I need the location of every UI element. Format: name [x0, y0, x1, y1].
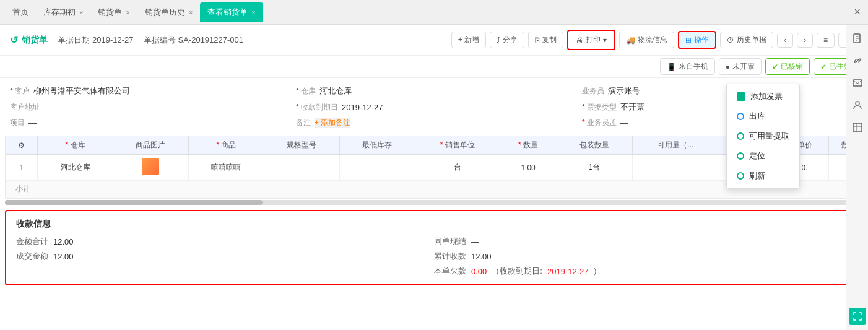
order-arrears-value: 0.00 — [471, 267, 487, 276]
tab-sales-order-close[interactable]: × — [126, 9, 129, 16]
sidebar-mail-icon[interactable] — [849, 74, 866, 92]
menu-refresh-label: 刷新 — [749, 170, 765, 181]
deal-amount-value: 12.00 — [53, 252, 74, 261]
outbound-icon — [737, 113, 744, 120]
doc-title-label: 销货单 — [22, 35, 48, 46]
tab-sales-order-label: 销货单 — [98, 7, 122, 18]
checked-off-label: 已核销 — [781, 61, 803, 72]
note-label: 备注 — [296, 118, 311, 128]
doc-date-value: 2019-12-27 — [92, 35, 134, 45]
not-invoiced-label: 未开票 — [732, 61, 755, 72]
order-arrears-paren: ） — [593, 266, 601, 277]
share-button[interactable]: ⤴ 分享 — [490, 32, 524, 48]
menu-available-qty[interactable]: 可用量提取 — [727, 126, 799, 146]
warehouse-field: 仓库 河北仓库 — [296, 85, 572, 97]
col-settings[interactable]: ⚙ — [6, 136, 38, 155]
prev-button[interactable]: ‹ — [777, 33, 793, 48]
tab-sales-history-close[interactable]: × — [189, 9, 193, 16]
tab-home-label: 首页 — [12, 7, 28, 18]
not-invoiced-icon: ● — [726, 63, 730, 71]
locate-icon — [737, 152, 744, 160]
copy-button[interactable]: ⎘ 复制 — [528, 32, 563, 48]
staff-value: 演示账号 — [608, 85, 640, 97]
staff-label: 业务员 — [582, 86, 604, 97]
cumulative-receipt-key: 累计收款 — [434, 251, 466, 262]
project-field: 项目 — — [10, 118, 286, 128]
cell-spec — [264, 155, 339, 181]
payment-date-value: 2019-12-27 — [342, 103, 383, 112]
horizontal-scrollbar[interactable] — [5, 200, 863, 205]
order-arrears-date: 2019-12-27 — [547, 267, 589, 276]
tab-inventory-init-close[interactable]: × — [79, 9, 83, 16]
share-icon: ⤴ — [497, 36, 500, 45]
cumulative-receipt-value: 12.00 — [471, 252, 492, 261]
menu-add-invoice-label: 添加发票 — [750, 91, 783, 102]
deal-amount-key: 成交金额 — [16, 251, 48, 262]
note-field: 备注 + 添加备注 — [296, 118, 572, 128]
col-product: 商品 — [188, 136, 264, 155]
print-label: 打印 — [586, 35, 601, 45]
order-arrears-note: （收款到期日: — [492, 266, 542, 277]
cell-available — [632, 155, 719, 181]
sidebar-person-icon[interactable] — [849, 97, 866, 114]
same-order-key: 同单现结 — [434, 236, 466, 247]
sidebar-expand-icon[interactable] — [849, 308, 866, 325]
print-icon: 🖨 — [576, 36, 583, 45]
cell-min-stock — [339, 155, 415, 181]
sidebar-file-icon[interactable] — [849, 30, 866, 47]
total-amount-row: 金额合计 12.00 — [16, 236, 434, 247]
mobile-source-button[interactable]: 📱 来自手机 — [660, 58, 715, 75]
cumulative-receipt-row: 累计收款 12.00 — [434, 251, 852, 262]
doc-meta: 单据日期 2019-12-27 单据编号 SA-20191227-001 — [58, 35, 243, 46]
tab-view-sales-close[interactable]: × — [251, 9, 255, 16]
cell-num: 1 — [6, 155, 38, 181]
col-package-qty: 包装数量 — [557, 136, 632, 155]
menu-outbound[interactable]: 出库 — [727, 106, 799, 126]
mobile-icon: 📱 — [667, 63, 676, 71]
tab-sales-order[interactable]: 销货单 × — [90, 2, 137, 22]
menu-refresh[interactable]: 刷新 — [727, 166, 799, 186]
tab-inventory-init[interactable]: 库存期初 × — [36, 2, 90, 22]
tab-home[interactable]: 首页 — [5, 2, 36, 22]
not-invoiced-button[interactable]: ● 未开票 — [719, 58, 762, 75]
print-button[interactable]: 🖨 打印 ▾ — [570, 32, 613, 48]
col-quantity: 数量 — [500, 136, 557, 155]
svg-rect-4 — [853, 80, 862, 86]
menu-locate[interactable]: 定位 — [727, 146, 799, 166]
tab-view-sales-label: 查看销货单 — [207, 7, 248, 18]
content-area: ↺ 销货单 单据日期 2019-12-27 单据编号 SA-20191227-0… — [0, 25, 868, 330]
logistics-label: 物流信息 — [638, 35, 667, 45]
sidebar-table-icon[interactable] — [849, 119, 866, 136]
window-close-button[interactable]: × — [854, 6, 861, 19]
scrollbar-thumb[interactable] — [5, 200, 263, 205]
history-button[interactable]: ⏱ 历史单据 — [720, 32, 773, 48]
tab-view-sales[interactable]: 查看销货单 × — [200, 2, 263, 22]
add-invoice-icon — [737, 92, 745, 101]
project-label: 项目 — [10, 118, 25, 128]
menu-outbound-label: 出库 — [749, 111, 765, 122]
toolbar-right: + 新增 ⤴ 分享 ⎘ 复制 🖨 打印 ▾ — [451, 30, 858, 50]
layout-list-button[interactable]: ≡ — [817, 33, 835, 48]
checked-off-button[interactable]: ✔ 已核销 — [765, 58, 810, 75]
cell-package-qty: 1台 — [557, 155, 632, 181]
total-amount-key: 金额合计 — [16, 236, 48, 247]
logistics-button[interactable]: 🚚 物流信息 — [619, 32, 674, 48]
new-button[interactable]: + 新增 — [451, 32, 486, 48]
warehouse-label: 仓库 — [296, 86, 316, 97]
add-note-button[interactable]: + 添加备注 — [315, 118, 350, 128]
customer-label: 客户 — [10, 86, 30, 97]
customer-value: 柳州粤港平安气体有限公司 — [33, 85, 130, 97]
cell-image — [113, 155, 189, 181]
order-arrears-key: 本单欠款 — [434, 266, 466, 277]
col-min-stock: 最低库存 — [339, 136, 415, 155]
menu-add-invoice[interactable]: 添加发票 — [727, 87, 799, 106]
operations-button[interactable]: ⊞ 操作 — [678, 31, 716, 49]
history-icon: ⏱ — [727, 36, 734, 45]
project-value: — — [28, 118, 37, 128]
ticket-type-value: 不开票 — [620, 102, 644, 113]
tab-sales-history[interactable]: 销货单历史 × — [137, 2, 200, 22]
doc-date-label: 单据日期 — [58, 35, 90, 46]
sidebar-link-icon[interactable] — [849, 52, 866, 69]
next-button[interactable]: › — [797, 33, 813, 48]
right-sidebar — [846, 25, 868, 330]
